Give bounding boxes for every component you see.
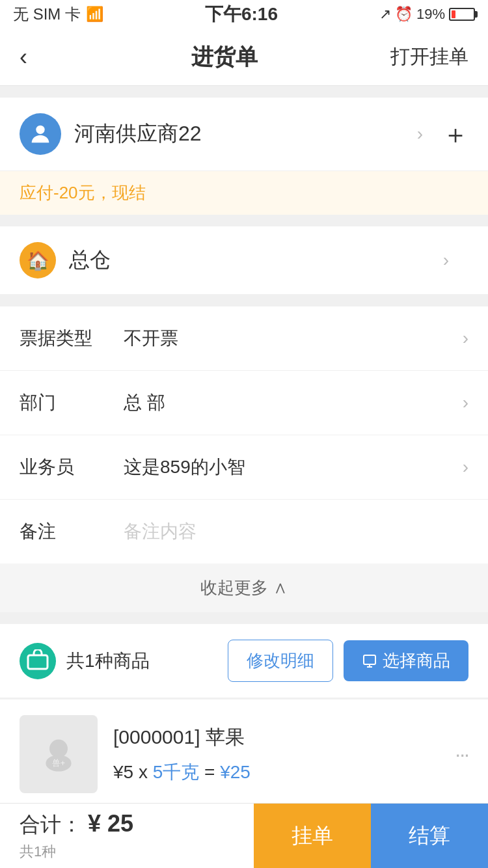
form-section: 票据类型 不开票 › 部门 总 部 › 业务员 这是859的小智 › 备注 备注… xyxy=(0,306,488,563)
products-icon xyxy=(20,643,56,679)
department-value: 总 部 xyxy=(111,390,463,415)
total-count: 共1种 xyxy=(20,842,234,861)
battery-icon xyxy=(449,8,475,21)
carrier-label: 无 SIM 卡 xyxy=(13,4,81,25)
page-title: 进货单 xyxy=(191,42,258,72)
edit-detail-button[interactable]: 修改明细 xyxy=(228,640,333,682)
chevron-right-icon-5: › xyxy=(463,457,468,478)
remark-label: 备注 xyxy=(20,519,111,544)
bottom-bar: 合计： ¥ 25 共1种 挂单 结算 xyxy=(0,803,488,868)
chevron-right-icon: › xyxy=(417,124,423,144)
select-product-button[interactable]: 选择商品 xyxy=(344,640,468,681)
product-price: ¥5 x 5千克 = ¥25 xyxy=(113,760,455,785)
gap-4 xyxy=(0,612,488,624)
location-icon: ↗ xyxy=(379,6,391,23)
nav-bar: ‹ 进货单 打开挂单 xyxy=(0,29,488,86)
product-placeholder-icon: 兽+ xyxy=(36,731,81,777)
supplier-avatar xyxy=(20,113,61,155)
svg-point-0 xyxy=(36,126,44,134)
chevron-right-icon-4: › xyxy=(463,392,468,413)
collapse-bar[interactable]: 收起更多 ∧ xyxy=(0,563,488,612)
supplier-name: 河南供应商22 xyxy=(74,120,417,148)
product-thumbnail: 兽+ xyxy=(20,715,98,793)
hold-order-button[interactable]: 挂单 xyxy=(254,804,371,868)
svg-text:兽+: 兽+ xyxy=(52,759,65,768)
gap-3 xyxy=(0,294,488,306)
invoice-type-row[interactable]: 票据类型 不开票 › xyxy=(0,306,488,370)
department-row[interactable]: 部门 总 部 › xyxy=(0,370,488,435)
remark-placeholder: 备注内容 xyxy=(111,519,468,544)
select-product-label: 选择商品 xyxy=(383,649,450,672)
invoice-type-value: 不开票 xyxy=(111,326,463,351)
remark-row[interactable]: 备注 备注内容 xyxy=(0,499,488,563)
gap-2 xyxy=(0,215,488,226)
chevron-right-icon-2: › xyxy=(443,250,449,271)
battery-percent: 19% xyxy=(416,6,445,23)
salesperson-label: 业务员 xyxy=(20,455,111,480)
open-hold-button[interactable]: 打开挂单 xyxy=(390,44,468,70)
svg-rect-1 xyxy=(28,655,47,669)
svg-rect-2 xyxy=(364,655,375,664)
supplier-notice: 应付-20元，现结 xyxy=(0,171,488,215)
alarm-icon: ⏰ xyxy=(395,6,413,23)
warehouse-section: 🏠 总仓 › xyxy=(0,226,488,294)
salesperson-row[interactable]: 业务员 这是859的小智 › xyxy=(0,435,488,499)
products-header: 共1种商品 修改明细 选择商品 xyxy=(0,624,488,698)
status-bar: 无 SIM 卡 📶 下午6:16 ↗ ⏰ 19% xyxy=(0,0,488,29)
product-item: 兽+ [0000001] 苹果 ¥5 x 5千克 = ¥25 ··· xyxy=(0,699,488,809)
supplier-row[interactable]: 河南供应商22 › ＋ xyxy=(0,98,488,171)
total-section: 合计： ¥ 25 共1种 xyxy=(0,810,254,861)
warehouse-icon: 🏠 xyxy=(20,242,56,278)
product-more-button[interactable]: ··· xyxy=(455,742,468,766)
add-button[interactable]: ＋ xyxy=(442,116,468,152)
warehouse-name: 总仓 xyxy=(69,246,443,275)
department-label: 部门 xyxy=(20,390,111,415)
total-amount: 合计： ¥ 25 xyxy=(20,810,234,839)
status-right: ↗ ⏰ 19% xyxy=(379,6,475,23)
products-count: 共1种商品 xyxy=(66,649,228,673)
chevron-right-icon-3: › xyxy=(463,328,468,349)
product-info: [0000001] 苹果 ¥5 x 5千克 = ¥25 xyxy=(113,724,455,785)
time-label: 下午6:16 xyxy=(205,2,278,27)
product-name: [0000001] 苹果 xyxy=(113,724,455,751)
gap-1 xyxy=(0,86,488,98)
supplier-section: 河南供应商22 › ＋ 应付-20元，现结 xyxy=(0,98,488,215)
invoice-type-label: 票据类型 xyxy=(20,326,111,351)
salesperson-value: 这是859的小智 xyxy=(111,455,463,480)
checkout-button[interactable]: 结算 xyxy=(371,804,488,868)
select-product-icon xyxy=(362,653,377,669)
wifi-icon: 📶 xyxy=(86,6,103,23)
cart-icon xyxy=(26,649,49,673)
user-icon xyxy=(27,121,53,147)
status-left: 无 SIM 卡 📶 xyxy=(13,4,103,25)
back-button[interactable]: ‹ xyxy=(20,44,59,71)
warehouse-row[interactable]: 🏠 总仓 › xyxy=(0,226,488,294)
